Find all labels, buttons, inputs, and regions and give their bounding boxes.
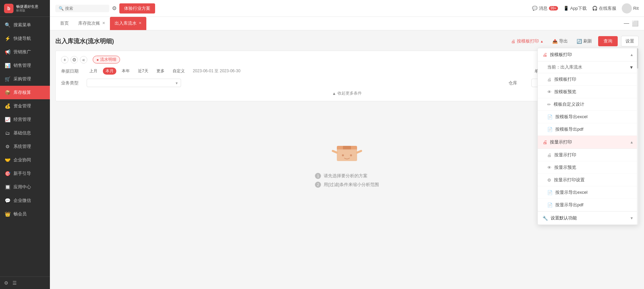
- message-btn[interactable]: 💬 消息 99+: [532, 5, 558, 11]
- main-area: 🔍 ⚙ 体验行业方案 💬 消息 99+ 📱 App下载 🎧 在线客服 R: [50, 0, 644, 289]
- pdf-icon: 📄: [547, 127, 553, 132]
- display-settings-icon: ⚙: [547, 178, 551, 183]
- sidebar-item-system[interactable]: ⚙ 系统管理: [0, 140, 50, 153]
- industry-btn[interactable]: 体验行业方案: [119, 3, 155, 14]
- dropdown-display-preview[interactable]: 👁 按显示预览: [538, 161, 638, 174]
- date-option-this-month[interactable]: 本月: [103, 68, 116, 75]
- sidebar-item-marketing[interactable]: 📢 营销推广: [0, 45, 50, 59]
- crown-icon: 👑: [4, 211, 11, 217]
- dropdown-template-section-header[interactable]: 🖨 按模板打印 ▲: [538, 48, 638, 61]
- page-header: 出入库流水(流水明细) 🖨 按模板打印 ▲ 📤 导出 🔄 刷新: [55, 36, 639, 47]
- header-search-bar[interactable]: 🔍: [55, 5, 109, 12]
- dropdown-scrollbar-thumb: [637, 48, 638, 69]
- biz-type-select[interactable]: [87, 79, 181, 87]
- print-template-btn[interactable]: 🖨 按模板打印 ▲: [508, 37, 546, 46]
- sidebar-item-quick-nav[interactable]: ⚡ 快捷导航: [0, 32, 50, 45]
- query-btn[interactable]: 查询: [598, 36, 618, 46]
- filter-collapse-btn[interactable]: «: [80, 56, 87, 63]
- dropdown-template-preview[interactable]: 👁 按模板预览: [538, 86, 638, 98]
- tab-expand-icon[interactable]: ⬜: [632, 20, 639, 27]
- printer-small-icon: 🖨: [547, 77, 552, 82]
- tab-home[interactable]: 首页: [55, 17, 74, 30]
- phone-icon: 📱: [563, 6, 569, 11]
- template-print-header-icon: 🖨: [543, 52, 547, 57]
- sidebar-item-collab[interactable]: 🤝 企业协同: [0, 153, 50, 167]
- filter-settings-btn[interactable]: ⚙: [70, 56, 78, 63]
- date-option-custom[interactable]: 自定义: [170, 68, 187, 75]
- menu-collapse-icon[interactable]: ☰: [12, 280, 17, 286]
- dropdown-display-pdf[interactable]: 📄 按显示导出pdf: [538, 199, 638, 211]
- sidebar-nav: 🔍 搜索菜单 ⚡ 快捷导航 📢 营销推广 📊 销售管理 🛒 采购管理 📦 库存核…: [0, 17, 50, 277]
- grid-icon: 🔲: [4, 184, 11, 190]
- dropdown-display-excel[interactable]: 📄 按显示导出excel: [538, 186, 638, 199]
- date-controls: 上月 本月 本年 近7天 更多 自定义 2023-06-01 至 2023-06…: [87, 68, 240, 75]
- sidebar-item-operations[interactable]: 📈 经营管理: [0, 113, 50, 126]
- date-option-7days[interactable]: 近7天: [135, 68, 151, 75]
- search-icon: 🔍: [4, 22, 11, 28]
- tabs-bar: 首页 库存批次账 ✕ 出入库流水 ✕ — ⬜: [50, 17, 644, 30]
- online-service-btn[interactable]: 🎧 在线客服: [592, 5, 616, 11]
- tab-batch-account[interactable]: 库存批次账 ✕: [74, 17, 110, 30]
- dropdown-template-print[interactable]: 🖨 按模板打印: [538, 73, 638, 86]
- tab-inout-flow[interactable]: 出入库流水 ✕: [110, 17, 146, 30]
- sidebar-item-basics[interactable]: 🗂 基础信息: [0, 126, 50, 140]
- dropdown-template-pdf[interactable]: 📄 按模板导出pdf: [538, 123, 638, 136]
- megaphone-icon: 📢: [4, 49, 11, 55]
- export-icon: 📤: [552, 39, 558, 44]
- tab-close-batch[interactable]: ✕: [102, 21, 105, 25]
- dropdown-template-custom[interactable]: ✏ 模板自定义设计: [538, 98, 638, 111]
- tab-close-inout[interactable]: ✕: [139, 21, 142, 25]
- sidebar-item-wechat[interactable]: 💬 企业微信: [0, 194, 50, 207]
- sidebar-item-member[interactable]: 👑 畅会员: [0, 207, 50, 221]
- filter-add-btn[interactable]: +: [61, 56, 68, 63]
- eye-icon: 👁: [547, 89, 552, 95]
- date-option-last-month[interactable]: 上月: [87, 68, 100, 75]
- folder-icon: 🗂: [4, 130, 11, 136]
- filter-active-tag[interactable]: ● 流水明细: [93, 56, 120, 63]
- handshake-icon: 🤝: [4, 157, 11, 163]
- refresh-btn[interactable]: 🔄 刷新: [574, 37, 595, 46]
- export-btn[interactable]: 📤 导出: [550, 37, 570, 46]
- box-icon: 📦: [4, 89, 11, 96]
- sidebar: b 畅捷通好生意 标准版 🔍 搜索菜单 ⚡ 快捷导航 📢 营销推广 📊 销售管理…: [0, 0, 50, 289]
- header-right: 💬 消息 99+ 📱 App下载 🎧 在线客服 Rit: [532, 3, 639, 14]
- date-option-this-year[interactable]: 本年: [119, 68, 133, 75]
- footer-chevron-down: ▼: [630, 216, 634, 220]
- dropdown-current-template[interactable]: 当前：出入库流水 ▼: [538, 61, 638, 73]
- dropdown-template-excel[interactable]: 📄 按模板导出excel: [538, 111, 638, 123]
- headset-icon: 🎧: [592, 6, 597, 11]
- sidebar-item-search[interactable]: 🔍 搜索菜单: [0, 18, 50, 32]
- logo-icon: b: [4, 4, 13, 13]
- sidebar-item-inventory[interactable]: 📦 库存核算: [0, 86, 50, 99]
- gear-icon: ⚙: [4, 143, 11, 150]
- empty-steps-list: 1 请先选择要分析的方案 2 用[过滤]条件来缩小分析范围: [315, 173, 379, 190]
- settings-btn[interactable]: 设置: [621, 36, 639, 47]
- chevron-up-icon: ▲: [540, 40, 544, 43]
- content-area: 出入库流水(流水明细) 🖨 按模板打印 ▲ 📤 导出 🔄 刷新: [50, 30, 644, 289]
- tab-minimize-icon[interactable]: —: [624, 20, 629, 27]
- chevron-down-icon: ▼: [629, 65, 634, 70]
- search-input[interactable]: [65, 6, 106, 11]
- sidebar-item-app-center[interactable]: 🔲 应用中心: [0, 180, 50, 194]
- empty-step-2: 2 用[过滤]条件来缩小分析范围: [315, 182, 379, 188]
- user-avatar-area[interactable]: Rit: [622, 3, 639, 14]
- refresh-icon: 🔄: [577, 39, 582, 44]
- dropdown-display-section-header[interactable]: 🖨 按显示打印 ▲: [538, 136, 638, 149]
- sidebar-item-guide[interactable]: 🎯 新手引导: [0, 167, 50, 180]
- target-icon: 🎯: [4, 170, 11, 177]
- sidebar-item-finance[interactable]: 💰 资金管理: [0, 99, 50, 113]
- svg-point-4: [342, 154, 344, 156]
- display-printer-icon: 🖨: [547, 153, 552, 158]
- dropdown-display-settings[interactable]: ⚙ 按显示打印设置: [538, 174, 638, 186]
- app-download-btn[interactable]: 📱 App下载: [563, 5, 587, 11]
- sidebar-item-purchase[interactable]: 🛒 采购管理: [0, 72, 50, 86]
- header-gear-icon[interactable]: ⚙: [112, 5, 117, 11]
- header: 🔍 ⚙ 体验行业方案 💬 消息 99+ 📱 App下载 🎧 在线客服 R: [50, 0, 644, 17]
- dropdown-display-print[interactable]: 🖨 按显示打印: [538, 149, 638, 161]
- dropdown-default-settings[interactable]: 🔧 设置默认功能 ▼: [538, 211, 638, 225]
- page-title: 出入库流水(流水明细): [55, 37, 114, 45]
- chevron-up-small-icon: ▲: [332, 91, 336, 96]
- settings-bottom-icon[interactable]: ⚙: [4, 280, 8, 286]
- date-option-more[interactable]: 更多: [154, 68, 167, 75]
- sidebar-item-sales[interactable]: 📊 销售管理: [0, 59, 50, 72]
